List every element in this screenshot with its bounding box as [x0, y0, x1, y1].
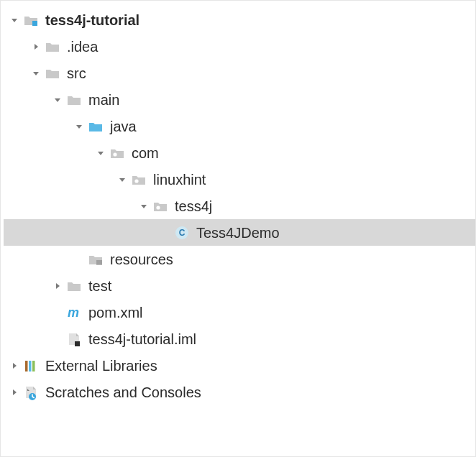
scratches-icon — [22, 384, 40, 401]
tree-row-test[interactable]: test — [4, 272, 475, 299]
chevron-down-icon[interactable] — [29, 69, 42, 78]
indent — [4, 338, 51, 339]
indent — [4, 152, 94, 153]
folder-gray-icon — [65, 91, 83, 109]
tree-label-extlib: External Libraries — [45, 359, 157, 373]
chevron-right-icon[interactable] — [8, 361, 21, 370]
folder-source-icon — [87, 118, 104, 135]
tree-label-linuxhint: linuxhint — [153, 172, 206, 187]
package-icon — [130, 171, 147, 188]
chevron-down-icon[interactable] — [8, 16, 21, 24]
tree-label-pom: pom.xml — [88, 305, 143, 320]
folder-gray-icon — [44, 65, 61, 82]
tree-row-iml[interactable]: tess4j-tutorial.iml — [4, 326, 475, 352]
indent — [4, 126, 73, 126]
indent — [4, 179, 116, 180]
iml-icon — [65, 331, 83, 348]
chevron-right-icon[interactable] — [8, 388, 21, 397]
tree-label-test: test — [88, 279, 111, 293]
tree-label-idea: .idea — [67, 40, 98, 54]
project-tree: tess4j-tutorial.ideasrcmainjavacomlinuxh… — [1, 1, 475, 405]
tree-row-com[interactable]: com — [4, 139, 475, 166]
tree-row-main[interactable]: main — [4, 86, 475, 113]
tree-row-resources[interactable]: resources — [4, 246, 475, 272]
tree-row-java[interactable]: java — [4, 113, 475, 139]
chevron-down-icon[interactable] — [73, 122, 86, 131]
indent — [4, 312, 51, 313]
indent — [4, 285, 51, 286]
chevron-right-icon[interactable] — [51, 282, 64, 290]
indent — [4, 259, 73, 259]
class-icon — [173, 224, 191, 241]
tree-row-linuxhint[interactable]: linuxhint — [4, 166, 475, 193]
indent — [4, 206, 137, 206]
tree-row-demo[interactable]: Tess4JDemo — [4, 219, 475, 246]
libraries-icon — [22, 357, 40, 374]
tree-row-scratches[interactable]: Scratches and Consoles — [4, 379, 475, 405]
maven-icon — [65, 304, 83, 321]
indent — [4, 73, 29, 73]
tree-label-project: tess4j-tutorial — [45, 13, 139, 27]
tree-row-src[interactable]: src — [4, 60, 475, 86]
tree-row-pom[interactable]: pom.xml — [4, 299, 475, 326]
tree-label-resources: resources — [110, 252, 173, 267]
tree-label-tess4j: tess4j — [175, 199, 212, 213]
chevron-down-icon[interactable] — [116, 175, 129, 184]
chevron-down-icon[interactable] — [94, 149, 107, 157]
module-folder-icon — [22, 11, 40, 29]
tree-label-iml: tess4j-tutorial.iml — [88, 332, 196, 346]
tree-label-java: java — [110, 119, 137, 134]
package-icon — [152, 198, 169, 215]
indent — [4, 232, 159, 233]
tree-label-main: main — [88, 93, 119, 107]
folder-gray-icon — [65, 277, 83, 295]
folder-resources-icon — [87, 251, 104, 268]
chevron-down-icon[interactable] — [137, 202, 150, 211]
tree-label-demo: Tess4JDemo — [196, 226, 280, 240]
indent — [4, 46, 29, 47]
tree-row-project[interactable]: tess4j-tutorial — [4, 6, 475, 33]
package-icon — [109, 144, 126, 162]
tree-row-idea[interactable]: .idea — [4, 33, 475, 60]
tree-row-tess4j[interactable]: tess4j — [4, 193, 475, 219]
tree-label-scratches: Scratches and Consoles — [45, 385, 201, 400]
indent — [4, 99, 51, 100]
chevron-down-icon[interactable] — [51, 96, 64, 104]
chevron-right-icon[interactable] — [29, 42, 42, 51]
folder-gray-icon — [44, 38, 61, 55]
tree-label-src: src — [67, 66, 86, 80]
tree-label-com: com — [132, 146, 159, 160]
tree-row-extlib[interactable]: External Libraries — [4, 352, 475, 379]
